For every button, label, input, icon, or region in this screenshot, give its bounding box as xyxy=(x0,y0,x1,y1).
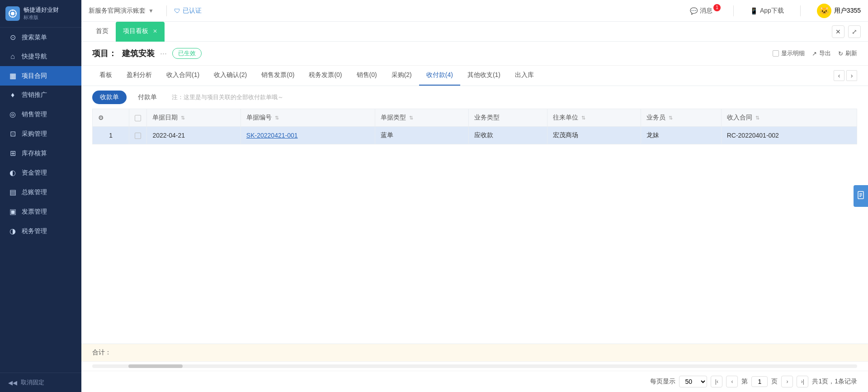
inner-tab-payment-label: 付款单 xyxy=(138,93,157,100)
sidebar-item-capital[interactable]: ◐ 资金管理 xyxy=(0,163,81,182)
show-detail-toggle[interactable]: 显示明细 xyxy=(773,49,805,57)
th-date[interactable]: 单据日期 ⇅ xyxy=(147,109,241,127)
show-detail-checkbox[interactable] xyxy=(773,50,779,57)
tab-home[interactable]: 首页 xyxy=(89,22,116,42)
purchase-icon: ⊡ xyxy=(8,129,17,138)
row-number: 1 xyxy=(93,127,129,144)
sidebar-item-project[interactable]: ▦ 项目合同 xyxy=(0,66,81,86)
sidebar-unpin-button[interactable]: ◀◀ 取消固定 xyxy=(0,373,81,392)
account-dropdown-icon: ▼ xyxy=(148,8,154,14)
more-options-button[interactable]: ··· xyxy=(160,49,167,58)
per-page-select[interactable]: 50 100 200 xyxy=(679,376,707,387)
per-page-label: 每页显示 xyxy=(650,378,675,386)
sidebar-item-purchase[interactable]: ⊡ 采购管理 xyxy=(0,124,81,143)
project-status-badge: 已生效 xyxy=(172,48,202,59)
sidebar-item-label: 资金管理 xyxy=(22,169,47,177)
tab-project-board[interactable]: 项目看板 ✕ xyxy=(116,22,165,42)
page-suffix: 页 xyxy=(771,378,778,386)
row-number-cell[interactable]: SK-20220421-001 xyxy=(241,127,375,144)
inner-tabs: 收款单 付款单 注：这里是与项目关联的全部收付款单哦～ xyxy=(81,86,868,109)
th-income-contract[interactable]: 收入合同 ⇅ xyxy=(721,109,857,127)
next-page-button[interactable]: › xyxy=(781,376,793,387)
sales-icon: ◎ xyxy=(8,110,17,119)
subtab-income-confirm[interactable]: 收入确认(2) xyxy=(207,66,254,86)
scrollbar-track[interactable] xyxy=(92,364,857,368)
table-row[interactable]: 1 2022-04-21 SK-20220421-001 蓝单 应收款 宏茂商场… xyxy=(93,127,857,144)
sidebar-edition: 标准版 xyxy=(24,14,59,21)
subtab-sales-invoice[interactable]: 销售发票(0) xyxy=(254,66,302,86)
th-partner[interactable]: 往来单位 ⇅ xyxy=(547,109,641,127)
sidebar-item-label: 销售管理 xyxy=(22,110,47,119)
topbar: 新服务官网演示账套 ▼ 🛡 已认证 💬 消息 1 📱 App下载 🐱 用户335… xyxy=(81,0,868,22)
subtab-sales[interactable]: 销售(0) xyxy=(349,66,384,86)
subtab-in-out[interactable]: 出入库 xyxy=(508,66,541,86)
scrollbar-area xyxy=(81,361,868,371)
subtabs: 看板 盈利分析 收入合同(1) 收入确认(2) 销售发票(0) 税务发票(0) … xyxy=(81,66,868,86)
sidebar-item-tax[interactable]: ◑ 税务管理 xyxy=(0,221,81,241)
subtab-purchase[interactable]: 采购(2) xyxy=(384,66,419,86)
th-gear[interactable]: ⚙ xyxy=(93,109,129,127)
user-menu[interactable]: 🐱 用户3355 xyxy=(817,4,861,18)
refresh-label: 刷新 xyxy=(845,49,857,57)
message-button[interactable]: 💬 消息 1 xyxy=(690,7,717,15)
sidebar-item-shortcut[interactable]: ⌂ 快捷导航 xyxy=(0,47,81,66)
prev-page-button[interactable]: ‹ xyxy=(726,376,738,387)
right-panel-button[interactable] xyxy=(854,185,868,207)
sort-icon: ⇅ xyxy=(409,115,413,120)
gear-icon: ⚙ xyxy=(98,114,104,121)
summary-label: 合计： xyxy=(92,349,111,356)
expand-window-button[interactable]: ⤢ xyxy=(848,25,861,38)
account-name: 新服务官网演示账套 xyxy=(89,7,146,15)
th-type[interactable]: 单据类型 ⇅ xyxy=(375,109,468,127)
sidebar: 畅捷通好业财 标准版 ⊙ 搜索菜单 ⌂ 快捷导航 ▦ 项目合同 ♦ 营销推广 ◎… xyxy=(0,0,81,392)
tabbar-controls: ✕ ⤢ xyxy=(832,25,861,38)
sidebar-item-label: 税务管理 xyxy=(22,227,47,235)
th-number[interactable]: 单据编号 ⇅ xyxy=(241,109,375,127)
th-salesperson[interactable]: 业务员 ⇅ xyxy=(641,109,722,127)
page-input[interactable] xyxy=(751,376,768,387)
scrollbar-thumb[interactable] xyxy=(128,364,183,368)
inner-tab-payment[interactable]: 付款单 xyxy=(130,91,165,104)
row-checkbox[interactable] xyxy=(135,133,141,139)
first-page-button[interactable]: |‹ xyxy=(711,376,722,387)
sidebar-app-title: 畅捷通好业财 xyxy=(24,6,59,14)
subtab-tax-invoice[interactable]: 税务发票(0) xyxy=(302,66,349,86)
invoice-icon: ▣ xyxy=(8,207,17,216)
subtab-profit[interactable]: 盈利分析 xyxy=(119,66,159,86)
subtab-payment-receipt[interactable]: 收付款(4) xyxy=(419,66,460,86)
refresh-icon: ↻ xyxy=(838,50,843,57)
data-table: ⚙ 单据日期 ⇅ 单据编号 ⇅ xyxy=(92,109,857,144)
app-download-button[interactable]: 📱 App下载 xyxy=(750,7,784,15)
tab-close-icon[interactable]: ✕ xyxy=(153,28,157,34)
sidebar-item-inventory[interactable]: ⊞ 库存核算 xyxy=(0,143,81,163)
sidebar-item-label: 搜索菜单 xyxy=(22,33,47,42)
subtab-nav: ‹ › xyxy=(834,70,857,81)
row-partner: 宏茂商场 xyxy=(547,127,641,144)
right-panel-icon xyxy=(857,191,864,201)
sidebar-item-invoice[interactable]: ▣ 发票管理 xyxy=(0,202,81,221)
sidebar-item-sales[interactable]: ◎ 销售管理 xyxy=(0,105,81,124)
sidebar-footer-label: 取消固定 xyxy=(21,378,44,387)
select-all-checkbox[interactable] xyxy=(135,115,141,121)
refresh-button[interactable]: ↻ 刷新 xyxy=(838,49,857,57)
sidebar-item-ledger[interactable]: ▤ 总账管理 xyxy=(0,182,81,202)
page-label: 第 xyxy=(741,378,748,386)
inner-tab-receipt-label: 收款单 xyxy=(100,93,119,100)
export-button[interactable]: ↗ 导出 xyxy=(812,49,831,57)
sidebar-item-marketing[interactable]: ♦ 营销推广 xyxy=(0,86,81,105)
subtab-next-button[interactable]: › xyxy=(846,70,857,81)
subtab-other-income[interactable]: 其他收支(1) xyxy=(460,66,508,86)
avatar: 🐱 xyxy=(817,4,831,18)
close-window-button[interactable]: ✕ xyxy=(832,25,844,38)
main-area: 新服务官网演示账套 ▼ 🛡 已认证 💬 消息 1 📱 App下载 🐱 用户335… xyxy=(81,0,868,392)
subtab-prev-button[interactable]: ‹ xyxy=(834,70,844,81)
subtab-board[interactable]: 看板 xyxy=(92,66,119,86)
subtab-income-contract[interactable]: 收入合同(1) xyxy=(159,66,207,86)
sort-icon: ⇅ xyxy=(755,115,760,120)
row-checkbox-cell[interactable] xyxy=(129,127,147,144)
last-page-button[interactable]: ›| xyxy=(797,376,808,387)
row-doc-number[interactable]: SK-20220421-001 xyxy=(246,132,298,139)
sidebar-item-search[interactable]: ⊙ 搜索菜单 xyxy=(0,28,81,47)
inner-tab-receipt[interactable]: 收款单 xyxy=(92,91,127,104)
account-selector[interactable]: 新服务官网演示账套 ▼ xyxy=(89,7,159,15)
